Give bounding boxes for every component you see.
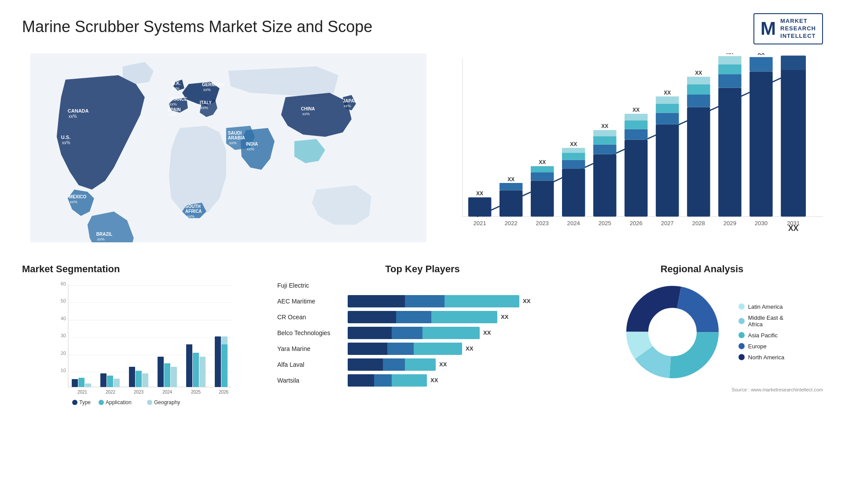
list-item: Middle East &Africa <box>738 314 784 328</box>
svg-rect-107 <box>72 379 78 387</box>
svg-text:SPAIN: SPAIN <box>168 107 181 112</box>
player-bar-seg <box>392 327 422 339</box>
svg-text:30: 30 <box>61 333 66 338</box>
svg-rect-113 <box>114 379 120 387</box>
svg-rect-85 <box>749 71 772 216</box>
logo-line2: RESEARCH <box>780 25 816 33</box>
svg-rect-49 <box>562 168 585 216</box>
svg-rect-52 <box>562 148 585 153</box>
svg-rect-67 <box>656 124 679 216</box>
svg-text:SAUDI: SAUDI <box>228 131 242 135</box>
svg-text:FRANCE: FRANCE <box>169 97 187 102</box>
svg-rect-108 <box>78 378 84 387</box>
logo-letter: M <box>760 19 776 38</box>
svg-text:2028: 2028 <box>692 220 705 226</box>
svg-text:xx%: xx% <box>62 140 70 145</box>
svg-text:ITALY: ITALY <box>200 100 212 105</box>
svg-text:xx%: xx% <box>69 114 77 119</box>
svg-rect-129 <box>221 336 228 344</box>
svg-point-131 <box>72 400 77 405</box>
player-bar-container <box>348 279 568 292</box>
player-bar <box>348 374 427 387</box>
players-section: Top Key Players Fuji Electric AEC Mariti… <box>277 263 568 413</box>
legend-label: Europe <box>748 343 767 350</box>
logo-line1: MARKET <box>780 18 816 25</box>
svg-rect-46 <box>531 166 554 172</box>
player-bar-seg <box>387 343 414 355</box>
svg-rect-40 <box>500 190 522 216</box>
segmentation-title: Market Segmentation <box>22 263 264 275</box>
svg-text:Geography: Geography <box>154 399 180 405</box>
svg-text:xx%: xx% <box>97 237 105 241</box>
player-bar <box>348 358 436 371</box>
svg-rect-68 <box>656 113 679 124</box>
svg-text:Application: Application <box>106 399 132 405</box>
svg-rect-128 <box>221 344 228 387</box>
svg-text:XX: XX <box>476 190 483 197</box>
svg-rect-64 <box>625 113 647 120</box>
svg-text:INDIA: INDIA <box>246 142 258 146</box>
player-bar-seg <box>396 311 431 323</box>
svg-rect-50 <box>562 160 585 168</box>
svg-text:CANADA: CANADA <box>68 108 89 113</box>
logo-line3: INTELLECT <box>780 33 816 40</box>
player-value: XX <box>483 329 491 336</box>
svg-text:2026: 2026 <box>219 390 229 394</box>
svg-text:MEXICO: MEXICO <box>69 194 87 199</box>
player-bar-container: XX <box>348 327 568 339</box>
svg-rect-61 <box>625 139 647 216</box>
player-bar-seg <box>374 374 392 387</box>
svg-rect-76 <box>687 77 710 84</box>
legend-label: Latin America <box>748 303 783 310</box>
svg-text:xx%: xx% <box>247 147 254 151</box>
svg-rect-45 <box>531 172 554 181</box>
svg-rect-117 <box>142 373 148 387</box>
legend-dot <box>738 354 745 360</box>
player-bar-seg <box>405 358 436 371</box>
svg-text:BRAZIL: BRAZIL <box>96 232 113 237</box>
player-name: Yara Marine <box>277 345 343 352</box>
svg-rect-56 <box>593 144 616 154</box>
svg-rect-80 <box>718 74 741 88</box>
bottom-row: Market Segmentation 60 50 40 30 20 10 <box>22 263 823 413</box>
players-title: Top Key Players <box>277 263 568 275</box>
regional-title: Regional Analysis <box>581 263 823 275</box>
svg-text:2025: 2025 <box>598 220 611 226</box>
svg-text:XX: XX <box>726 53 733 55</box>
svg-rect-125 <box>199 357 206 387</box>
svg-text:40: 40 <box>61 316 66 321</box>
players-list: Fuji Electric AEC Maritime XX CR <box>277 279 568 387</box>
map-container: CANADA xx% U.S. xx% MEXICO xx% BRAZIL xx… <box>22 53 435 242</box>
svg-rect-86 <box>749 57 772 71</box>
svg-text:CHINA: CHINA <box>301 106 315 111</box>
svg-rect-44 <box>531 180 554 216</box>
legend-dot <box>738 318 745 324</box>
player-bar-seg <box>414 343 462 355</box>
svg-rect-58 <box>593 130 616 136</box>
list-item: Latin America <box>738 303 784 310</box>
svg-text:U.S.: U.S. <box>61 135 70 140</box>
svg-text:xx%: xx% <box>344 104 351 108</box>
svg-rect-57 <box>593 136 616 145</box>
svg-text:AFRICA: AFRICA <box>185 209 202 214</box>
list-item: Asia Pacific <box>738 332 784 339</box>
svg-rect-127 <box>215 336 221 387</box>
player-bar-seg <box>348 311 396 323</box>
legend-dot <box>738 343 745 349</box>
list-item: Belco Technologies XX <box>277 327 568 339</box>
player-bar-seg <box>348 358 383 371</box>
svg-text:20: 20 <box>61 351 66 356</box>
legend-label: North America <box>748 354 784 361</box>
list-item: CR Ocean XX <box>277 311 568 323</box>
svg-rect-89 <box>781 55 806 216</box>
svg-text:2023: 2023 <box>536 220 548 226</box>
player-bar-container: XX <box>348 311 568 323</box>
page-title: Marine Scrubber Systems Market Size and … <box>22 18 372 36</box>
svg-text:XX: XX <box>601 123 608 129</box>
svg-text:2031: 2031 <box>787 220 800 226</box>
segmentation-section: Market Segmentation 60 50 40 30 20 10 <box>22 263 264 413</box>
svg-rect-111 <box>100 373 107 387</box>
svg-text:2021: 2021 <box>473 220 486 226</box>
svg-text:2021: 2021 <box>77 390 88 394</box>
svg-text:2027: 2027 <box>661 220 673 226</box>
